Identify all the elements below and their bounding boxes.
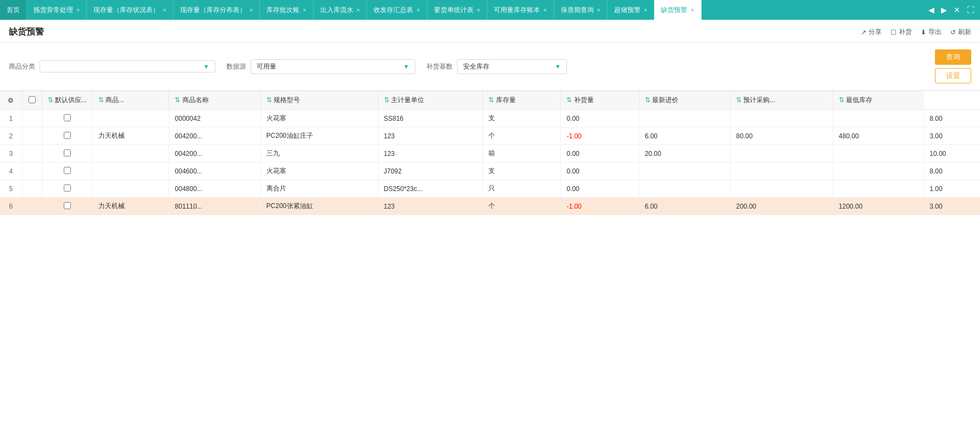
row-unit-3: 支 (483, 163, 561, 180)
col-product-name[interactable]: ⇅ 商品名称 (169, 91, 260, 110)
replenish-basis-label: 补货基数 (426, 62, 453, 71)
row-product-code-2: 004200... (169, 145, 260, 163)
refresh-action[interactable]: ↺ 刷新 (950, 27, 971, 37)
replenish-basis-select[interactable]: 安全库存 ▼ (457, 59, 567, 74)
row-replenish-qty-1: 6.00 (639, 127, 730, 145)
table-body: 1 0000042 火花塞 SS816 支 0.00 8.00 2 力天机械 0… (0, 110, 980, 215)
row-index-0: 1 (0, 110, 22, 127)
row-checkbox-cell-5 (42, 198, 92, 215)
tab-available-ledger[interactable]: 可用量库存账本 × (487, 0, 554, 20)
close-tab-receive-summary[interactable]: × (416, 7, 420, 13)
row-unit-1: 个 (483, 127, 561, 145)
tab-close-button[interactable]: ✕ (950, 3, 964, 16)
tab-batch-account[interactable]: 库存批次账 × (260, 0, 313, 20)
row-replenish-qty-2: 20.00 (639, 145, 730, 163)
row-settings-4 (22, 180, 42, 198)
tab-receive-summary[interactable]: 收发存汇总表 × (367, 0, 427, 20)
row-est-purchase-4 (833, 180, 923, 198)
page-header: 缺货预警 ↗ 分享 ☐ 补货 ⬇ 导出 ↺ 刷新 (0, 20, 980, 43)
tab-overstock[interactable]: 超储预警 × (608, 0, 654, 20)
tab-in-out-flow[interactable]: 出入库流水 × (314, 0, 367, 20)
row-min-stock-1: 3.00 (924, 127, 980, 145)
table-row: 4 004600... 火花塞 J7092 支 0.00 8.00 (0, 163, 980, 180)
row-product-code-5: 801110... (169, 198, 260, 215)
close-tab-expiry-query[interactable]: × (597, 7, 600, 13)
row-checkbox-0[interactable] (64, 114, 71, 121)
col-stock-qty[interactable]: ⇅ 库存量 (483, 91, 561, 110)
col-unit[interactable]: ⇅ 主计量单位 (378, 91, 483, 110)
datasource-label: 数据源 (226, 62, 246, 71)
row-min-stock-4: 1.00 (924, 180, 980, 198)
row-est-purchase-5: 1200.00 (833, 198, 923, 215)
close-tab-order-stats[interactable]: × (477, 7, 480, 13)
col-est-purchase[interactable]: ⇅ 预计采购... (731, 91, 833, 110)
row-checkbox-2[interactable] (64, 149, 71, 156)
table-row: 2 力天机械 004200... PC200油缸庄子 123 个 -1.00 6… (0, 127, 980, 145)
row-latest-price-1: 80.00 (731, 127, 833, 145)
row-checkbox-cell-2 (42, 145, 92, 163)
row-checkbox-4[interactable] (64, 184, 71, 192)
row-settings-3 (22, 163, 42, 180)
tab-next-button[interactable]: ▶ (938, 3, 950, 16)
row-supplier-5: 力天机械 (92, 198, 169, 215)
row-unit-0: 支 (483, 110, 561, 127)
row-spec-5: 123 (378, 198, 483, 215)
tab-home[interactable]: 首页 (0, 0, 27, 20)
export-action[interactable]: ⬇ 导出 (921, 27, 942, 37)
row-latest-price-5: 200.00 (731, 198, 833, 215)
close-tab-exception[interactable]: × (76, 7, 80, 13)
replenish-icon: ☐ (890, 29, 897, 36)
sort-icon: ⇅ (839, 96, 844, 104)
row-settings-2 (22, 145, 42, 163)
tab-prev-button[interactable]: ◀ (925, 3, 938, 16)
col-default-supplier[interactable]: ⇅ 默认供应... (42, 91, 92, 110)
row-product-code-4: 004800... (169, 180, 260, 198)
sort-icon: ⇅ (98, 96, 104, 104)
refresh-icon: ↺ (950, 29, 956, 36)
close-tab-in-out-flow[interactable]: × (357, 7, 360, 13)
col-replenish-qty[interactable]: ⇅ 补货量 (561, 91, 639, 110)
replenish-basis-value: 安全库存 (463, 62, 489, 71)
row-supplier-2 (92, 145, 169, 163)
tab-inventory-dist[interactable]: 现存量（库存分布表） × (174, 0, 260, 20)
tab-exception[interactable]: 拣货异常处理 × (27, 0, 87, 20)
row-est-purchase-0 (833, 110, 923, 127)
sort-icon: ⇅ (566, 96, 572, 104)
query-button[interactable]: 查询 (935, 49, 971, 65)
row-spec-1: 123 (378, 127, 483, 145)
col-latest-price[interactable]: ⇅ 最新进价 (639, 91, 730, 110)
tab-fullscreen-button[interactable]: ⛶ (964, 3, 978, 16)
row-checkbox-5[interactable] (64, 202, 71, 209)
row-product-name-4: 离合片 (260, 180, 378, 198)
tab-expiry-query[interactable]: 保质期查询 × (554, 0, 608, 20)
select-all-checkbox[interactable] (29, 96, 36, 103)
close-tab-inventory-dist[interactable]: × (249, 7, 253, 13)
row-checkbox-1[interactable] (64, 132, 71, 139)
datasource-select[interactable]: 可用量 ▼ (250, 59, 415, 74)
replenish-action[interactable]: ☐ 补货 (890, 27, 912, 37)
row-index-1: 2 (0, 127, 22, 145)
row-spec-4: DS250*23c... (378, 180, 483, 198)
row-checkbox-3[interactable] (64, 167, 71, 174)
row-latest-price-0 (731, 110, 833, 127)
share-action[interactable]: ↗ 分享 (861, 27, 882, 37)
category-select[interactable]: ▼ (40, 60, 215, 72)
row-min-stock-0: 8.00 (924, 110, 980, 127)
close-tab-overstock[interactable]: × (644, 7, 647, 13)
col-product-code[interactable]: ⇅ 商品... (92, 91, 169, 110)
row-index-2: 3 (0, 145, 22, 163)
tab-shortage[interactable]: 缺货预警 × (654, 0, 701, 20)
close-tab-inventory-status[interactable]: × (163, 7, 166, 13)
col-settings[interactable]: ⚙ (0, 91, 22, 110)
tab-inventory-status[interactable]: 现存量（库存状况表） × (87, 0, 173, 20)
row-product-code-0: 0000042 (169, 110, 260, 127)
close-tab-batch-account[interactable]: × (303, 7, 306, 13)
col-spec[interactable]: ⇅ 规格型号 (260, 91, 378, 110)
row-est-purchase-1: 480.00 (833, 127, 923, 145)
tab-order-stats[interactable]: 要货单统计表 × (427, 0, 487, 20)
close-tab-shortage[interactable]: × (691, 7, 694, 13)
settings-button[interactable]: 设置 (935, 68, 971, 83)
col-min-stock[interactable]: ⇅ 最低库存 (833, 91, 923, 110)
close-tab-available-ledger[interactable]: × (543, 7, 547, 13)
row-unit-5: 个 (483, 198, 561, 215)
